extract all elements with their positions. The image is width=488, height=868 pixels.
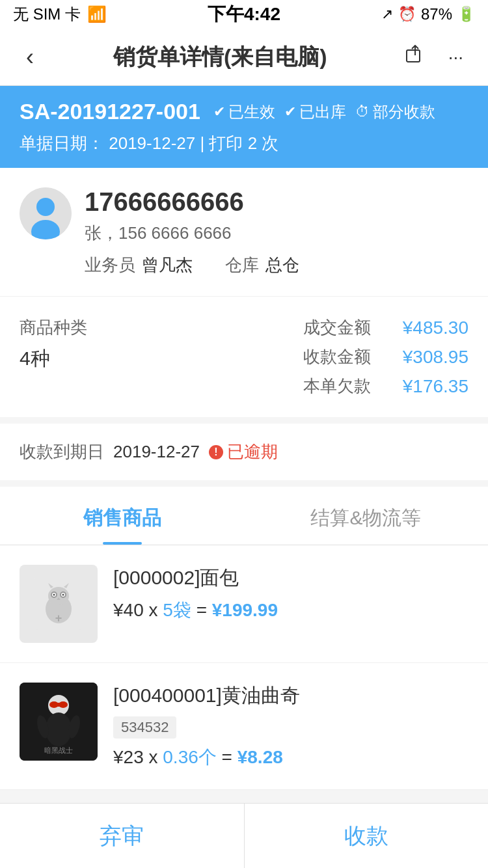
- products-section: + [0000002]面包 ¥40 x 5袋 = ¥199.99: [0, 545, 488, 790]
- debt-row: 本单欠款 ¥176.35: [303, 375, 468, 398]
- svg-point-2: [36, 198, 55, 216]
- svg-point-11: [53, 594, 55, 596]
- customer-phone: 17666666666: [85, 187, 468, 217]
- product-info-2: [000400001]黄油曲奇 534532 ¥23 x 0.36个 = ¥8.…: [113, 683, 468, 770]
- product-item: + [0000002]面包 ¥40 x 5袋 = ¥199.99: [0, 545, 488, 663]
- price-base-1: ¥40: [113, 600, 144, 620]
- print-info: | 打印 2 次: [200, 133, 278, 153]
- product-price-2: ¥23 x 0.36个 = ¥8.28: [113, 745, 468, 770]
- due-date-value: 2019-12-27: [113, 442, 200, 462]
- price-eq-2: =: [222, 747, 237, 767]
- product-item-2: 暗黑战士 [000400001]黄油曲奇 534532 ¥23 x 0.36个 …: [0, 663, 488, 790]
- amount-label: 成交金额: [303, 316, 371, 339]
- price-base-2: ¥23: [113, 747, 144, 767]
- product-image-2: 暗黑战士: [20, 683, 98, 761]
- status-active: ✔ 已生效: [213, 102, 275, 122]
- sales-label: 业务员: [85, 254, 135, 277]
- sales-info: 业务员 曾凡杰: [85, 254, 193, 277]
- price-x-1: x: [149, 600, 163, 620]
- carrier-text: 无 SIM 卡: [13, 4, 81, 25]
- overdue-icon: !: [209, 445, 223, 459]
- product-image-1: +: [20, 565, 98, 643]
- product-total-2: ¥8.28: [237, 747, 283, 767]
- price-eq-1: =: [197, 600, 212, 620]
- status-partial-payment: ⏱ 部分收款: [355, 102, 435, 122]
- share-button[interactable]: [400, 40, 430, 74]
- received-value: ¥308.95: [384, 347, 468, 368]
- warehouse-info: 仓库 总仓: [225, 254, 299, 277]
- tab-settlement-logistics[interactable]: 结算&物流等: [244, 487, 488, 545]
- customer-meta: 业务员 曾凡杰 仓库 总仓: [85, 254, 468, 277]
- date-label: 单据日期：: [20, 133, 104, 153]
- svg-text:+: +: [55, 612, 62, 625]
- page-title: 销货单详情(来自电脑): [113, 42, 327, 72]
- location-icon: ↗: [381, 6, 393, 23]
- customer-section: 17666666666 张，156 6666 6666 业务员 曾凡杰 仓库 总…: [0, 168, 488, 297]
- customer-name: 张，156 6666 6666: [85, 222, 468, 245]
- product-qty-2: 0.36个: [163, 747, 217, 767]
- header-banner: SA-20191227-001 ✔ 已生效 ✔ 已出库 ⏱ 部分收款 单据日期：…: [0, 86, 488, 168]
- product-name-1: [0000002]面包: [113, 565, 468, 591]
- product-total-1: ¥199.99: [212, 600, 278, 620]
- sales-name: 曾凡杰: [142, 254, 193, 277]
- warehouse-name: 总仓: [265, 254, 299, 277]
- amount-value: ¥485.30: [384, 318, 468, 338]
- product-name-2: [000400001]黄油曲奇: [113, 683, 468, 709]
- svg-text:暗黑战士: 暗黑战士: [44, 746, 73, 754]
- due-label: 收款到期日: [20, 441, 104, 463]
- nav-actions: ···: [400, 40, 468, 74]
- collect-button[interactable]: 收款: [245, 804, 489, 868]
- battery-text: 87%: [421, 5, 452, 23]
- battery-icon: 🔋: [457, 6, 475, 23]
- wifi-icon: 📶: [87, 5, 107, 23]
- product-price-1: ¥40 x 5袋 = ¥199.99: [113, 598, 468, 623]
- status-delivered: ✔ 已出库: [284, 102, 346, 122]
- tabs-container: 销售商品 结算&物流等: [0, 487, 488, 545]
- status-bar: 无 SIM 卡 📶 下午4:42 ↗ ⏰ 87% 🔋: [0, 0, 488, 29]
- product-type-label: 商品种类: [20, 316, 87, 339]
- header-top: SA-20191227-001 ✔ 已生效 ✔ 已出库 ⏱ 部分收款: [20, 99, 468, 124]
- back-button[interactable]: ‹: [20, 37, 40, 77]
- summary-right: 成交金额 ¥485.30 收款金额 ¥308.95 本单欠款 ¥176.35: [303, 316, 468, 398]
- product-qty-1: 5袋: [163, 600, 191, 620]
- price-x-2: x: [149, 747, 163, 767]
- status-badges: ✔ 已生效 ✔ 已出库 ⏱ 部分收款: [213, 102, 435, 122]
- received-label: 收款金额: [303, 346, 371, 368]
- check-icon-2: ✔: [284, 103, 296, 120]
- overdue-text: 已逾期: [227, 441, 278, 463]
- nav-bar: ‹ 销货单详情(来自电脑) ···: [0, 29, 488, 86]
- svg-point-12: [62, 594, 64, 596]
- cancel-button[interactable]: 弃审: [0, 804, 245, 868]
- alarm-icon: ⏰: [398, 6, 416, 23]
- bottom-bar: 弃审 收款: [0, 803, 488, 868]
- svg-point-22: [46, 712, 72, 746]
- avatar: [20, 187, 72, 239]
- due-section: 收款到期日 2019-12-27 ! 已逾期: [0, 424, 488, 487]
- amount-row: 成交金额 ¥485.30: [303, 316, 468, 339]
- status-left: 无 SIM 卡 📶: [13, 4, 107, 25]
- more-button[interactable]: ···: [443, 42, 468, 73]
- time-text: 下午4:42: [208, 2, 280, 27]
- overdue-badge: ! 已逾期: [209, 441, 278, 463]
- clock-icon: ⏱: [355, 103, 370, 120]
- svg-rect-21: [57, 703, 61, 707]
- debt-label: 本单欠款: [303, 375, 371, 398]
- order-id: SA-20191227-001: [20, 99, 200, 124]
- check-icon-1: ✔: [213, 103, 225, 120]
- product-type-count: 4种: [20, 346, 87, 372]
- status-right: ↗ ⏰ 87% 🔋: [381, 5, 475, 23]
- header-date-info: 单据日期： 2019-12-27 | 打印 2 次: [20, 132, 468, 155]
- summary-section: 商品种类 4种 成交金额 ¥485.30 收款金额 ¥308.95 本单欠款 ¥…: [0, 297, 488, 424]
- product-info-1: [0000002]面包 ¥40 x 5袋 = ¥199.99: [113, 565, 468, 623]
- svg-rect-0: [407, 50, 420, 62]
- warehouse-label: 仓库: [225, 254, 259, 277]
- product-sku-2: 534532: [113, 716, 176, 739]
- summary-left: 商品种类 4种: [20, 316, 87, 372]
- customer-info: 17666666666 张，156 6666 6666 业务员 曾凡杰 仓库 总…: [85, 187, 468, 277]
- debt-value: ¥176.35: [384, 376, 468, 397]
- order-date: 2019-12-27: [109, 133, 195, 153]
- received-row: 收款金额 ¥308.95: [303, 346, 468, 368]
- tab-sales-products[interactable]: 销售商品: [0, 487, 244, 545]
